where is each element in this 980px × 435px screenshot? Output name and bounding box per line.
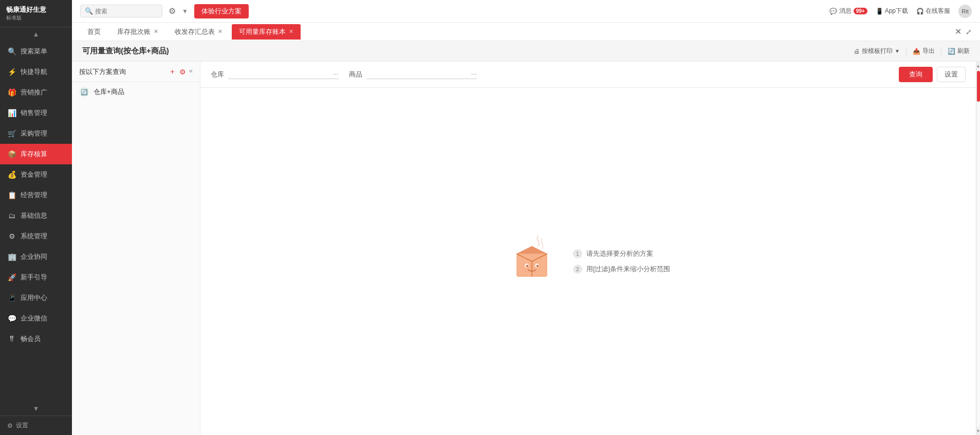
tip-text-2: 用[过滤]条件来缩小分析范围 [586,264,670,274]
product-more-btn[interactable]: ··· [471,70,477,78]
query-button[interactable]: 查询 [899,67,933,82]
sidebar-item-appcenter[interactable]: 📱 应用中心 [0,288,72,308]
sidebar-item-inventory[interactable]: 📦 库存核算 [0,144,72,164]
settings-button[interactable]: 设置 [937,67,966,82]
tab-home[interactable]: 首页 [80,24,108,40]
print-action[interactable]: 🖨 按模板打印 ▼ [854,47,900,55]
sidebar-item-operation[interactable]: 📋 经营管理 [0,185,72,205]
phone-icon: 📱 [876,8,883,15]
product-label: 商品 [349,70,362,79]
search-icon-topbar: 🔍 [85,7,93,15]
product-input[interactable] [366,70,469,78]
app-name: 畅康通好生意 [6,5,66,14]
sidebar-bottom[interactable]: ⚙ 设置 [0,415,72,435]
topbar-search-wrap[interactable]: 🔍 [80,5,162,17]
left-panel-actions: ＋ ⚙ « [169,67,193,77]
appcenter-icon: 📱 [7,293,16,302]
inventory-icon: 📦 [7,149,16,159]
sidebar-settings-label: 设置 [16,421,28,430]
tab-batch[interactable]: 库存批次账✕ [110,24,165,40]
scheme-icon: 🔄 [79,87,89,97]
refresh-icon: 🔄 [948,48,955,55]
empty-state: 1 请先选择要分析的方案 2 用[过滤]条件来缩小分析范围 [200,88,976,435]
dropdown-arrow-icon[interactable]: ▼ [182,8,188,15]
sidebar-item-basic[interactable]: 🗂 基础信息 [0,205,72,226]
tip-text-1: 请先选择要分析的方案 [586,249,653,258]
tab-label-home: 首页 [87,27,101,36]
export-icon: 📤 [913,48,920,55]
right-panel: 仓库 ··· 商品 ··· 查询 设置 [200,62,976,435]
scheme-item-warehouse-product[interactable]: 🔄 仓库+商品 [72,82,200,102]
scroll-up-btn[interactable]: ▲ [976,62,980,70]
tab-close-summary[interactable]: ✕ [218,28,223,35]
export-label: 导出 [922,47,935,55]
online-service-btn[interactable]: 🎧 在线客服 [916,7,950,15]
tabs-bar: 首页库存批次账✕收发存汇总表✕可用量库存账本✕✕ ⤢ [72,23,980,41]
sidebar-item-system[interactable]: ⚙ 系统管理 [0,226,72,247]
sidebar-item-shortcut[interactable]: ⚡ 快捷导航 [0,62,72,82]
sidebar-item-marketing[interactable]: 🎁 营销推广 [0,82,72,103]
left-panel-header: 按以下方案查询 ＋ ⚙ « [72,62,200,82]
sidebar-item-member[interactable]: 🎖 畅会员 [0,329,72,349]
manage-scheme-btn[interactable]: ⚙ [179,67,186,77]
app-download-btn[interactable]: 📱 App下载 [876,7,908,15]
shortcut-icon: ⚡ [7,67,16,77]
headset-icon: 🎧 [916,8,924,15]
sidebar-item-label-guide: 新手引导 [21,273,47,282]
sidebar-item-label-sales: 销售管理 [21,108,47,118]
sidebar-item-guide[interactable]: 🚀 新手引导 [0,267,72,288]
export-action[interactable]: 📤 导出 [913,47,935,55]
add-scheme-btn[interactable]: ＋ [169,67,176,77]
sidebar-item-label-member: 畅会员 [21,334,41,344]
tip-num-2: 2 [573,264,582,274]
user-avatar[interactable]: Rit [958,5,972,18]
product-input-wrap[interactable]: ··· [366,70,477,79]
warehouse-filter: 仓库 ··· [211,70,339,79]
sidebar-header: 畅康通好生意 标准版 [0,0,72,27]
system-icon: ⚙ [7,232,16,241]
gear-icon[interactable]: ⚙ [169,6,176,16]
tab-summary[interactable]: 收发存汇总表✕ [168,24,230,40]
scroll-track[interactable] [976,70,980,427]
topbar-right: 💬 消息 99+ 📱 App下载 🎧 在线客服 Rit [829,5,972,18]
wechat-icon: 💬 [7,314,16,323]
sidebar-item-search[interactable]: 🔍 搜索菜单 [0,41,72,62]
filter-actions: 查询 设置 [899,67,966,82]
filter-bar: 仓库 ··· 商品 ··· 查询 设置 [200,62,976,88]
sidebar-item-label-shortcut: 快捷导航 [21,67,47,77]
product-filter: 商品 ··· [349,70,477,79]
print-dropdown-icon[interactable]: ▼ [895,48,900,54]
tip-item-1: 1 请先选择要分析的方案 [573,249,670,258]
operation-icon: 📋 [7,191,16,200]
warehouse-input[interactable] [228,70,331,78]
trial-button[interactable]: 体验行业方案 [194,4,249,18]
finance-icon: 💰 [7,170,16,179]
sidebar-item-finance[interactable]: 💰 资金管理 [0,164,72,185]
notification-btn[interactable]: 💬 消息 99+ [829,7,867,15]
sidebar-scroll-up[interactable]: ▲ [0,27,72,41]
sidebar-item-purchase[interactable]: 🛒 采购管理 [0,123,72,144]
close-all-tabs-btn[interactable]: ✕ [955,27,961,36]
sidebar-item-enterprise[interactable]: 🏢 企业协同 [0,247,72,267]
divider1 [906,47,907,55]
warehouse-more-btn[interactable]: ··· [333,70,339,78]
sidebar-item-label-inventory: 库存核算 [21,149,47,159]
sidebar-item-wechat[interactable]: 💬 企业微信 [0,308,72,329]
divider2 [941,47,941,55]
empty-illustration [506,236,558,287]
tab-close-available[interactable]: ✕ [289,28,293,35]
expand-tabs-btn[interactable]: ⤢ [966,28,972,36]
refresh-label: 刷新 [957,47,970,55]
tab-close-batch[interactable]: ✕ [154,28,158,35]
print-icon: 🖨 [854,48,860,55]
sidebar-item-sales[interactable]: 📊 销售管理 [0,103,72,123]
warehouse-input-wrap[interactable]: ··· [228,70,339,79]
scroll-down-btn[interactable]: ▼ [976,427,980,435]
search-input[interactable] [95,8,158,15]
tab-available[interactable]: 可用量库存账本✕ [232,24,301,40]
member-icon: 🎖 [7,334,16,344]
collapse-panel-btn[interactable]: « [189,67,193,77]
sidebar-scroll-down[interactable]: ▼ [0,402,72,415]
refresh-action[interactable]: 🔄 刷新 [948,47,970,55]
tip-num-1: 1 [573,249,582,258]
